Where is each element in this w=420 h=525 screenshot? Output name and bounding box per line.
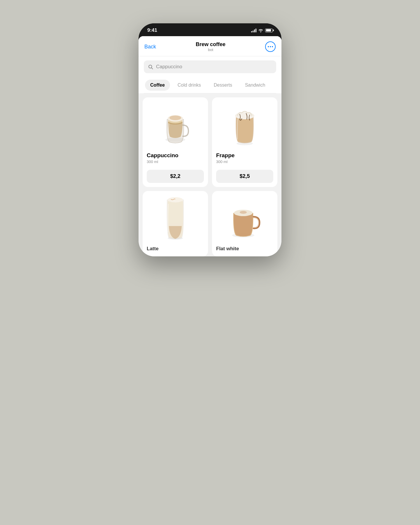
search-icon xyxy=(148,64,153,69)
cappuccino-price-button[interactable]: $2,2 xyxy=(147,170,204,183)
svg-point-6 xyxy=(169,116,181,120)
status-bar: 9:41 xyxy=(139,23,281,36)
product-card-cappuccino[interactable]: Cappuccino 300 ml $2,2 xyxy=(143,97,208,187)
tab-sandwich[interactable]: Sandwich xyxy=(240,80,270,91)
frappe-illustration xyxy=(229,101,261,146)
tab-cold-drinks[interactable]: Cold drinks xyxy=(172,80,206,91)
cappuccino-volume: 300 ml xyxy=(147,160,204,164)
product-card-flat-white[interactable]: Flat white xyxy=(212,191,277,256)
frappe-name: Frappe xyxy=(216,152,273,159)
nav-subtitle: bot xyxy=(196,48,225,52)
latte-image xyxy=(143,191,208,244)
category-tabs: Coffee Cold drinks Desserts Sandwich xyxy=(144,77,276,93)
bottom-row: Latte xyxy=(143,191,277,256)
search-section: Cappuccino Coffee Cold drinks Desserts S… xyxy=(139,56,281,93)
nav-center: Brew coffee bot xyxy=(196,41,225,52)
products-grid: Cappuccino 300 ml $2,2 xyxy=(143,97,277,187)
more-options-button[interactable] xyxy=(265,41,276,52)
latte-name: Latte xyxy=(147,246,204,252)
svg-point-8 xyxy=(235,112,254,119)
flat-white-illustration xyxy=(228,197,262,238)
frappe-image xyxy=(212,97,277,150)
battery-icon xyxy=(265,29,273,32)
tab-desserts[interactable]: Desserts xyxy=(209,80,237,91)
more-dots-icon xyxy=(268,46,273,47)
signal-icon xyxy=(251,28,256,32)
latte-label: Latte xyxy=(143,244,208,256)
cappuccino-info: Cappuccino 300 ml xyxy=(143,150,208,170)
flat-white-image xyxy=(212,191,277,244)
frappe-info: Frappe 300 ml xyxy=(212,150,277,170)
frappe-volume: 300 ml xyxy=(216,160,273,164)
svg-point-10 xyxy=(168,197,183,202)
nav-title: Brew coffee xyxy=(196,41,225,48)
search-bar[interactable]: Cappuccino xyxy=(144,60,276,73)
app-content: Back Brew coffee bot Cappuccino xyxy=(139,36,281,256)
svg-line-1 xyxy=(151,68,153,69)
status-time: 9:41 xyxy=(147,27,157,33)
nav-bar: Back Brew coffee bot xyxy=(139,36,281,56)
flat-white-label: Flat white xyxy=(212,244,277,256)
cappuccino-illustration xyxy=(158,102,193,146)
latte-illustration xyxy=(161,194,190,241)
phone-frame: 9:41 Back Brew coffee bot xyxy=(139,23,281,256)
product-card-latte[interactable]: Latte xyxy=(143,191,208,256)
wifi-icon xyxy=(258,28,263,32)
cappuccino-name: Cappuccino xyxy=(147,152,204,159)
cappuccino-image xyxy=(143,97,208,150)
tab-coffee[interactable]: Coffee xyxy=(145,80,170,91)
svg-point-13 xyxy=(240,211,247,214)
product-card-frappe[interactable]: Frappe 300 ml $2,5 xyxy=(212,97,277,187)
search-placeholder: Cappuccino xyxy=(156,64,182,70)
main-content: Cappuccino 300 ml $2,2 xyxy=(139,93,281,256)
status-icons xyxy=(251,28,273,32)
back-button[interactable]: Back xyxy=(144,44,156,50)
frappe-price-button[interactable]: $2,5 xyxy=(216,170,273,183)
flat-white-name: Flat white xyxy=(216,246,273,252)
